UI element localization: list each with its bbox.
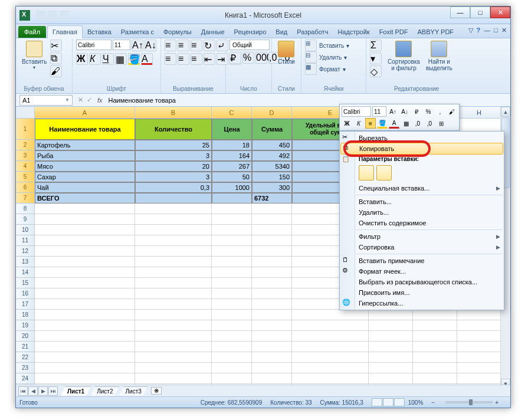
ctx-delete[interactable]: Удалить...	[340, 207, 504, 218]
cell[interactable]	[292, 352, 369, 363]
cell-cancel-icon[interactable]: ✕	[78, 96, 83, 104]
tab-home[interactable]: Главная	[47, 25, 83, 38]
fill-color-button[interactable]: 🪣	[128, 53, 140, 65]
sheet-tab-2[interactable]: Лист2	[90, 386, 119, 396]
cell[interactable]	[35, 288, 135, 299]
cell[interactable]: Картофель	[35, 140, 135, 150]
cell[interactable]: 6732	[252, 193, 292, 204]
tab-abbyy[interactable]: ABBYY PDF	[413, 26, 459, 38]
cell[interactable]: 25	[135, 140, 212, 150]
row-header-13[interactable]: 13	[16, 257, 35, 267]
mini-format-painter-icon[interactable]: 🖌	[447, 106, 457, 117]
doc-close-icon[interactable]: ✕	[501, 27, 507, 34]
cell[interactable]	[135, 204, 212, 214]
cell[interactable]: 150	[252, 172, 292, 182]
mini-italic-icon[interactable]: К	[353, 118, 364, 129]
cell[interactable]	[413, 310, 457, 320]
cell[interactable]	[413, 331, 457, 342]
cell[interactable]	[212, 193, 252, 204]
cell[interactable]	[292, 310, 369, 320]
cell[interactable]	[35, 214, 135, 225]
align-mid-icon[interactable]: ≡	[178, 40, 189, 51]
row-header-15[interactable]: 15	[16, 278, 35, 288]
cell[interactable]: 50	[212, 172, 252, 182]
col-header-B[interactable]: B	[135, 107, 212, 119]
cell[interactable]	[212, 310, 252, 320]
paste-button[interactable]: Вставить ▾	[19, 40, 49, 71]
cell[interactable]	[35, 246, 135, 257]
tab-layout[interactable]: Разметка с	[116, 26, 159, 38]
cell[interactable]	[369, 320, 413, 331]
cell[interactable]	[369, 352, 413, 363]
comma-icon[interactable]: 000	[255, 52, 267, 64]
fx-icon[interactable]: fx	[97, 97, 103, 104]
orientation-icon[interactable]: ↻	[204, 40, 215, 51]
header-cell[interactable]: Количество	[135, 119, 212, 140]
cell[interactable]	[135, 352, 212, 363]
align-left-icon[interactable]: ≡	[165, 53, 176, 65]
cells-format-button[interactable]: ▦Формат ▾	[305, 63, 346, 75]
sheet-last-icon[interactable]: ⏭	[48, 386, 58, 396]
mini-bold-icon[interactable]: Ж	[342, 118, 352, 129]
cell[interactable]	[413, 342, 457, 352]
select-all-corner[interactable]	[16, 107, 35, 119]
shrink-font-icon[interactable]: A↓	[145, 40, 156, 51]
zoom-out-icon[interactable]: −	[431, 399, 435, 406]
sheet-first-icon[interactable]: ⏮	[18, 386, 28, 396]
cell[interactable]: 18	[212, 140, 252, 150]
cell[interactable]	[35, 373, 135, 384]
cell[interactable]	[35, 331, 135, 342]
cell[interactable]	[135, 193, 212, 204]
cell[interactable]	[457, 373, 501, 384]
row-header-5[interactable]: 5	[16, 172, 35, 182]
row-header-16[interactable]: 16	[16, 288, 35, 299]
tab-insert[interactable]: Вставка	[83, 26, 116, 38]
cell[interactable]	[252, 310, 292, 320]
cell[interactable]	[369, 310, 413, 320]
indent-dec-icon[interactable]: ⇤	[204, 53, 215, 65]
font-size-combo[interactable]	[113, 40, 130, 50]
cells-insert-button[interactable]: ⊞Вставить ▾	[305, 40, 349, 51]
tab-view[interactable]: Вид	[271, 26, 292, 38]
cell[interactable]	[292, 363, 369, 373]
cell[interactable]	[252, 331, 292, 342]
cell[interactable]	[135, 288, 212, 299]
cell[interactable]	[212, 257, 252, 267]
cell[interactable]	[212, 246, 252, 257]
sort-filter-button[interactable]: Сортировка и фильтр	[385, 40, 422, 73]
row-header-24[interactable]: 24	[16, 373, 35, 384]
format-painter-icon[interactable]: 🖌	[50, 65, 62, 77]
cell[interactable]	[292, 373, 369, 384]
cell[interactable]	[252, 288, 292, 299]
zoom-in-icon[interactable]: +	[495, 399, 499, 406]
cell[interactable]	[212, 267, 252, 278]
cell[interactable]: 300	[252, 182, 292, 193]
cell[interactable]: 5340	[252, 161, 292, 172]
ctx-format-cells[interactable]: ⚙ Формат ячеек...	[340, 266, 504, 277]
fill-series-icon[interactable]: ▾	[370, 52, 382, 64]
cell[interactable]	[252, 235, 292, 246]
col-header-H[interactable]: H	[457, 107, 501, 119]
cells-delete-button[interactable]: ⊟Удалить ▾	[305, 51, 347, 63]
header-cell[interactable]: Наименование товара	[35, 119, 135, 140]
name-box-dropdown-icon[interactable]: ▼	[65, 97, 70, 103]
cell[interactable]: 0,3	[135, 182, 212, 193]
number-format-combo[interactable]	[229, 40, 270, 50]
cell[interactable]: Рыба	[35, 150, 135, 161]
tab-review[interactable]: Рецензиро	[229, 26, 271, 38]
cell[interactable]	[212, 288, 252, 299]
doc-min-icon[interactable]: —	[484, 27, 490, 34]
percent-icon[interactable]: %	[242, 52, 254, 64]
row-header-8[interactable]: 8	[16, 204, 35, 214]
cell[interactable]	[252, 257, 292, 267]
cell[interactable]: 3	[135, 150, 212, 161]
cell[interactable]	[252, 204, 292, 214]
row-header-12[interactable]: 12	[16, 246, 35, 257]
cell[interactable]	[212, 352, 252, 363]
tab-foxit[interactable]: Foxit PDF	[375, 26, 413, 38]
cell[interactable]	[252, 342, 292, 352]
cell[interactable]: ВСЕГО	[35, 193, 135, 204]
ctx-cut[interactable]: ✂ Вырезать	[340, 133, 504, 143]
cell[interactable]	[35, 342, 135, 352]
cell[interactable]	[212, 342, 252, 352]
